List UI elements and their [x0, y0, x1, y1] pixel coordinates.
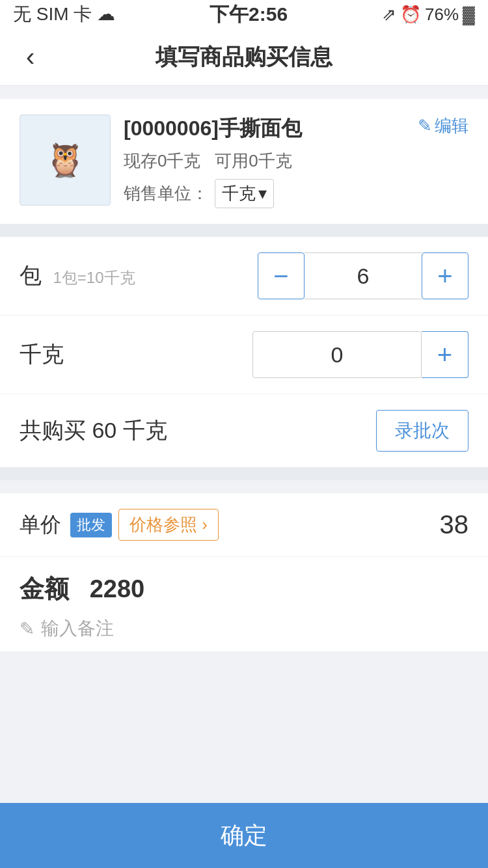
amount-label: 金额 — [20, 575, 69, 603]
status-bar: 无 SIM 卡 ☁ 下午2:56 ⇗ ⏰ 76% ▓ — [0, 0, 488, 29]
divider-2 — [0, 467, 488, 480]
unit-value: 千克 — [222, 182, 256, 205]
product-image: 🦉 — [20, 115, 111, 206]
page-title: 填写商品购买信息 — [156, 42, 332, 72]
price-value: 38 — [440, 510, 469, 539]
pack-row: 包 1包=10千克 − + — [0, 237, 488, 316]
kg-quantity-input[interactable] — [252, 331, 422, 378]
product-card: 🦉 [0000006]手撕面包 ✎ 编辑 现存0千克 可用0千克 销售单位： 千… — [0, 99, 488, 224]
input-section: 包 1包=10千克 − + 千克 + — [0, 237, 488, 394]
status-time: 下午2:56 — [210, 1, 288, 28]
amount-value: 2280 — [90, 575, 145, 603]
unit-select[interactable]: 千克 ▾ — [215, 179, 274, 208]
confirm-button[interactable]: 确定 — [0, 803, 488, 868]
divider-1 — [0, 224, 488, 237]
pack-plus-button[interactable]: + — [422, 252, 468, 299]
note-row[interactable]: ✎ 输入备注 — [20, 616, 468, 641]
status-left: 无 SIM 卡 ☁ — [13, 2, 115, 27]
nav-bar: ‹ 填写商品购买信息 — [0, 29, 488, 86]
note-placeholder: 输入备注 — [41, 616, 114, 641]
stock-text: 现存0千克 — [124, 151, 200, 170]
edit-icon: ✎ — [418, 116, 432, 136]
price-reference-button[interactable]: 价格参照 › — [118, 509, 219, 541]
amount-row: 金额 2280 — [20, 573, 468, 606]
pack-quantity-input[interactable] — [305, 252, 422, 299]
price-label: 单价 — [20, 511, 61, 539]
kg-plus-button[interactable]: + — [422, 331, 468, 378]
amount-section: 金额 2280 ✎ 输入备注 — [0, 557, 488, 651]
pack-quantity-control: − + — [258, 252, 468, 299]
price-type-badge: 批发 — [70, 513, 112, 537]
product-unit-row: 销售单位： 千克 ▾ — [124, 179, 468, 208]
product-stock: 现存0千克 可用0千克 — [124, 150, 468, 172]
battery-icon: ▓ — [463, 5, 475, 25]
total-text: 共购买 60 千克 — [20, 416, 167, 446]
kg-label: 千克 — [20, 340, 252, 370]
pack-minus-button[interactable]: − — [258, 252, 305, 299]
pack-label: 包 1包=10千克 — [20, 261, 258, 291]
chevron-down-icon: ▾ — [258, 183, 267, 204]
available-text: 可用0千克 — [215, 151, 291, 170]
status-right: ⇗ ⏰ 76% ▓ — [382, 5, 475, 25]
edit-button[interactable]: ✎ 编辑 — [418, 115, 468, 137]
price-section: 单价 批发 价格参照 › 38 — [0, 493, 488, 557]
product-logo-icon: 🦉 — [45, 141, 85, 179]
kg-quantity-control: + — [252, 331, 468, 378]
product-info: [0000006]手撕面包 ✎ 编辑 现存0千克 可用0千克 销售单位： 千克 … — [124, 115, 468, 208]
battery-label: 76% — [425, 5, 459, 25]
pack-label-text: 包 — [20, 263, 42, 288]
kg-row: 千克 + — [0, 316, 488, 394]
edit-label: 编辑 — [435, 115, 468, 137]
product-name: [0000006]手撕面包 — [124, 115, 302, 143]
batch-button[interactable]: 录批次 — [376, 410, 468, 452]
pack-hint: 1包=10千克 — [53, 269, 135, 286]
total-row: 共购买 60 千克 录批次 — [0, 394, 488, 467]
unit-label: 销售单位： — [124, 182, 208, 205]
pencil-icon: ✎ — [20, 618, 34, 640]
location-icon: ⇗ — [382, 5, 396, 25]
price-row: 单价 批发 价格参照 › 38 — [0, 493, 488, 557]
alarm-icon: ⏰ — [400, 5, 421, 25]
back-button[interactable]: ‹ — [20, 36, 41, 78]
sim-label: 无 SIM 卡 ☁ — [13, 2, 115, 27]
